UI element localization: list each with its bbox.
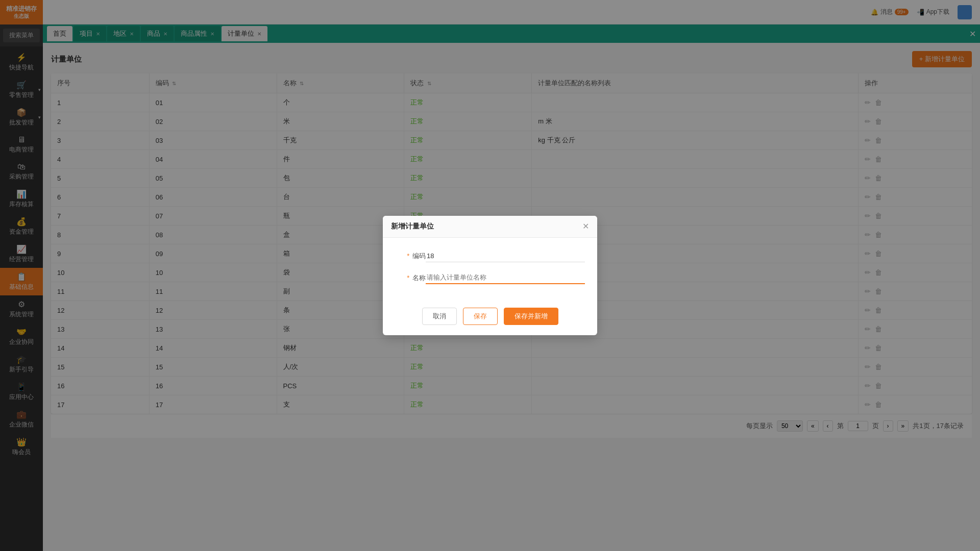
modal-title: 新增计量单位 <box>391 222 434 231</box>
code-label: * 编码 <box>395 252 426 261</box>
save-and-new-button[interactable]: 保存并新增 <box>504 308 558 325</box>
modal-body: * 编码 * 名称 <box>383 238 597 302</box>
modal-footer: 取消 保存 保存并新增 <box>383 302 597 335</box>
required-indicator: * <box>407 274 409 282</box>
required-indicator: * <box>407 252 409 260</box>
modal-overlay[interactable]: 新增计量单位 ✕ * 编码 * 名称 取消 保存 保存并新增 <box>0 0 980 551</box>
code-input[interactable] <box>426 250 585 262</box>
cancel-button[interactable]: 取消 <box>422 308 457 325</box>
add-unit-modal: 新增计量单位 ✕ * 编码 * 名称 取消 保存 保存并新增 <box>383 216 597 335</box>
modal-header: 新增计量单位 ✕ <box>383 216 597 238</box>
name-input[interactable] <box>426 271 585 284</box>
modal-close-button[interactable]: ✕ <box>582 222 589 231</box>
save-button[interactable]: 保存 <box>463 308 498 325</box>
code-field-row: * 编码 <box>395 250 585 262</box>
name-field-row: * 名称 <box>395 271 585 284</box>
name-label: * 名称 <box>395 273 426 283</box>
